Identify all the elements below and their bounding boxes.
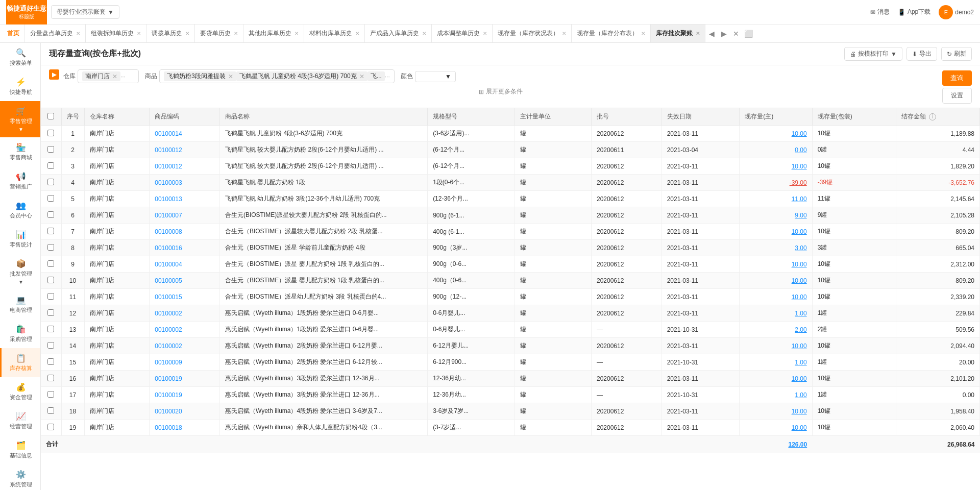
row-checkbox-11[interactable]	[41, 305, 61, 322]
sidebar-item-retail[interactable]: 🛒 零售管理 ▼	[0, 101, 40, 137]
workspace-selector[interactable]: 母婴行业演示账套 ▼	[51, 5, 119, 19]
sidebar-item-system[interactable]: ⚙️ 系统管理	[0, 464, 40, 490]
row-checkbox-14[interactable]	[41, 354, 61, 371]
row-checkbox-17[interactable]	[41, 403, 61, 420]
row-checkbox-15[interactable]	[41, 371, 61, 387]
warehouse-tag-close[interactable]: ✕	[112, 73, 117, 80]
row-stock-main-8[interactable]: 10.00	[740, 256, 813, 273]
product-tag-close-1[interactable]: ✕	[359, 73, 364, 80]
sidebar-item-marketing[interactable]: 📢 营销推广	[0, 166, 40, 195]
row-checkbox-5[interactable]	[41, 207, 61, 224]
query-button[interactable]: 查询	[942, 70, 972, 86]
export-btn[interactable]: ⬇ 导出	[906, 47, 937, 61]
tab-close-other-out[interactable]: ✕	[295, 31, 299, 36]
row-stock-main-5[interactable]: 9.00	[740, 207, 813, 224]
color-input[interactable]: ▼	[415, 71, 456, 82]
warehouse-input[interactable]: 南岸门店 ✕ ···	[78, 69, 139, 83]
sidebar-item-search[interactable]: 🔍 搜索菜单	[0, 43, 40, 72]
tab-material-out[interactable]: 材料出库单历史 ✕	[304, 24, 365, 43]
tab-prev[interactable]: ◀	[705, 24, 718, 43]
row-stock-main-3[interactable]: -39.00	[740, 175, 813, 191]
row-stock-main-17[interactable]: 10.00	[740, 403, 813, 420]
tab-combo[interactable]: 组装拆卸单历史 ✕	[86, 24, 146, 43]
tab-req[interactable]: 要货单历史 ✕	[195, 24, 243, 43]
tab-close-stock-status[interactable]: ✕	[562, 31, 566, 36]
tab-product-in[interactable]: 产成品入库单历史 ✕	[365, 24, 432, 43]
row-checkbox-3[interactable]	[41, 175, 61, 191]
row-stock-main-7[interactable]: 3.00	[740, 240, 813, 256]
tab-batch[interactable]: 库存批次聚账 ✕	[651, 24, 705, 43]
sidebar-item-wholesale[interactable]: 📦 批发管理 ▼	[0, 254, 40, 290]
tab-close-req[interactable]: ✕	[234, 31, 238, 36]
download-btn[interactable]: 📱 App下载	[898, 8, 930, 16]
row-checkbox-8[interactable]	[41, 256, 61, 273]
balance-info-icon[interactable]: i	[929, 113, 936, 120]
expand-btn[interactable]: ⊞ 展开更多条件	[479, 87, 523, 96]
settings-button[interactable]: 设置	[942, 88, 972, 104]
tab-close-product-in[interactable]: ✕	[422, 31, 426, 36]
row-checkbox-16[interactable]	[41, 387, 61, 403]
row-stock-main-12[interactable]: 2.00	[740, 322, 813, 338]
tab-close-batch[interactable]: ✕	[696, 31, 700, 36]
tab-close-mix[interactable]: ✕	[185, 31, 189, 36]
row-checkbox-10[interactable]	[41, 289, 61, 305]
row-checkbox-1[interactable]	[41, 142, 61, 158]
row-stock-main-10[interactable]: 10.00	[740, 289, 813, 305]
sidebar-item-store[interactable]: 🏪 零售商城	[0, 137, 40, 166]
row-stock-main-18[interactable]: 10.00	[740, 420, 813, 436]
sidebar-item-operation[interactable]: 📈 经营管理	[0, 406, 40, 435]
row-stock-main-0[interactable]: 10.00	[740, 126, 813, 142]
row-stock-main-15[interactable]: 10.00	[740, 371, 813, 387]
sidebar-item-basic[interactable]: 🗂️ 基础信息	[0, 435, 40, 464]
tab-split[interactable]: 分量盘点单历史 ✕	[25, 24, 86, 43]
tab-other-out[interactable]: 其他出库单历史 ✕	[243, 24, 304, 43]
row-checkbox-2[interactable]	[41, 158, 61, 175]
row-stock-main-11[interactable]: 1.00	[740, 305, 813, 322]
tab-mix[interactable]: 调拨单历史 ✕	[146, 24, 195, 43]
tab-maximize[interactable]: ⬜	[742, 24, 754, 43]
tab-close-cost-adj[interactable]: ✕	[483, 31, 487, 36]
row-checkbox-0[interactable]	[41, 126, 61, 142]
sidebar-item-purchase[interactable]: 🛍️ 采购管理	[0, 319, 40, 348]
row-stock-main-16[interactable]: 1.00	[740, 387, 813, 403]
refresh-btn[interactable]: ↻ 刷新	[941, 47, 972, 61]
row-stock-main-4[interactable]: 11.00	[740, 191, 813, 207]
tab-stock-status[interactable]: 现存量（库存状况表） ✕	[493, 24, 572, 43]
row-checkbox-12[interactable]	[41, 322, 61, 338]
product-tag-close-0[interactable]: ✕	[228, 73, 233, 80]
row-checkbox-4[interactable]	[41, 191, 61, 207]
row-stock-main-6[interactable]: 10.00	[740, 224, 813, 240]
product-input[interactable]: 飞鹤奶粉3段闵雅提装 ✕ 飞鹤星飞帆 儿童奶粉 4段(3-6岁适用) 700克 …	[159, 69, 395, 83]
sidebar-item-stats[interactable]: 📊 零售统计	[0, 225, 40, 254]
tab-stock-dist[interactable]: 现存量（库存分布表） ✕	[572, 24, 651, 43]
message-btn[interactable]: ✉ 消息	[870, 8, 890, 16]
row-checkbox-13[interactable]	[41, 338, 61, 354]
sidebar-item-inventory[interactable]: 📋 库存核算	[0, 348, 40, 377]
tab-close-combo[interactable]: ✕	[137, 31, 141, 36]
row-stock-main-13[interactable]: 10.00	[740, 338, 813, 354]
tab-cost-adj[interactable]: 成本调整单历史 ✕	[432, 24, 493, 43]
tab-close-material-out[interactable]: ✕	[355, 31, 359, 36]
row-checkbox-6[interactable]	[41, 224, 61, 240]
row-checkbox-7[interactable]	[41, 240, 61, 256]
warehouse-ellipsis[interactable]: ···	[120, 73, 126, 80]
user-area[interactable]: E demo2	[939, 5, 974, 19]
row-stock-main-9[interactable]: 10.00	[740, 273, 813, 289]
expand-arrow[interactable]: ▶	[49, 69, 59, 80]
tab-next[interactable]: ▶	[718, 24, 730, 43]
sidebar-item-member[interactable]: 👥 会员中心	[0, 195, 40, 225]
sidebar-item-finance[interactable]: 💰 资金管理	[0, 377, 40, 406]
row-checkbox-18[interactable]	[41, 420, 61, 436]
row-stock-main-14[interactable]: 1.00	[740, 354, 813, 371]
tab-close-stock-dist[interactable]: ✕	[641, 31, 645, 36]
row-stock-main-2[interactable]: 10.00	[740, 158, 813, 175]
row-stock-main-1[interactable]: 0.00	[740, 142, 813, 158]
print-btn[interactable]: 🖨 按模板打印 ▼	[844, 47, 902, 61]
tab-close-all[interactable]: ✕	[730, 24, 742, 43]
row-checkbox-9[interactable]	[41, 273, 61, 289]
select-all-checkbox[interactable]	[47, 113, 54, 119]
tab-home[interactable]: 首页	[2, 24, 25, 43]
sidebar-item-nav[interactable]: ⚡ 快捷导航	[0, 72, 40, 101]
sidebar-item-ecommerce[interactable]: 💻 电商管理	[0, 290, 40, 319]
product-ellipsis[interactable]: ···	[385, 73, 390, 80]
